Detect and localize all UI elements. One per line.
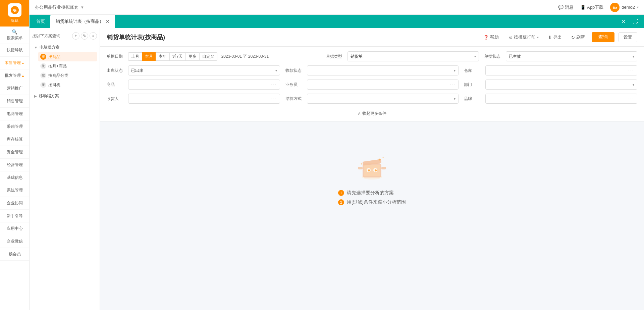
sidebar-item-guide[interactable]: 新手引导 bbox=[0, 210, 29, 222]
sidebar-item-system[interactable]: 系统管理 bbox=[0, 184, 29, 197]
tab-sales-stats[interactable]: 销货单统计表（按商品） ✕ bbox=[50, 15, 115, 28]
sidebar-item-stock[interactable]: 库存核算 bbox=[0, 133, 29, 146]
sidebar-item-retail[interactable]: 零售管理 ▲ bbox=[0, 57, 29, 69]
message-button[interactable]: 💬 消息 bbox=[558, 4, 574, 10]
print-label: 按模板打印 bbox=[514, 34, 536, 40]
scheme-label: 按商品分类 bbox=[48, 73, 68, 79]
product-select[interactable]: ··· bbox=[128, 80, 280, 90]
date-tab-current-month[interactable]: 本月 bbox=[142, 52, 156, 61]
date-tab-more[interactable]: 更多 bbox=[185, 52, 199, 61]
filter-date: 单据日期 上月 本月 本年 近7天 更多 自定义 2023-03-01 至 20… bbox=[107, 52, 321, 61]
sidebar-item-appstore[interactable]: 应用中心 bbox=[0, 222, 29, 235]
filter-doc-status: 单据状态 已生效 ▾ bbox=[484, 51, 637, 61]
tab-close-button[interactable]: ✕ bbox=[106, 19, 110, 24]
payment-status-control: ▾ bbox=[307, 65, 459, 75]
sidebar-item-wholesale[interactable]: 批发管理 ▲ bbox=[0, 69, 29, 82]
warehouse-select[interactable]: ··· bbox=[485, 65, 637, 75]
refresh-button[interactable]: ↻ 刷新 bbox=[569, 33, 588, 42]
help-button[interactable]: ❓ 帮助 bbox=[481, 33, 501, 42]
scheme-by-category[interactable]: 按 按商品分类 bbox=[38, 71, 97, 80]
salesperson-control: ··· bbox=[307, 80, 459, 90]
payment-status-dropdown-icon: ▾ bbox=[454, 69, 455, 72]
svg-rect-9 bbox=[358, 167, 363, 169]
date-tab-last7days[interactable]: 近7天 bbox=[169, 52, 185, 61]
sidebar-item-ecommerce[interactable]: 电商管理 bbox=[0, 108, 29, 120]
app-download-button[interactable]: 📱 App下载 bbox=[580, 4, 603, 10]
sidebar-item-sales[interactable]: 销售管理 bbox=[0, 95, 29, 108]
svg-rect-4 bbox=[364, 165, 380, 176]
out-status-value: 已出库 bbox=[131, 68, 275, 73]
sidebar-item-operation[interactable]: 经营管理 bbox=[0, 159, 29, 171]
chevron-up-icon: ▲ bbox=[21, 74, 24, 78]
dropdown-arrow-icon[interactable]: ▾ bbox=[81, 5, 84, 10]
sidebar-item-purchase[interactable]: 采购管理 bbox=[0, 120, 29, 133]
out-status-select[interactable]: 已出库 ▾ bbox=[128, 65, 280, 75]
scheme-by-clerk[interactable]: 按 按司机 bbox=[38, 80, 97, 90]
doc-status-select[interactable]: 已生效 ▾ bbox=[506, 51, 637, 61]
print-button[interactable]: 🖨 按模板打印 ▾ bbox=[505, 33, 541, 42]
brand-control: ··· bbox=[485, 94, 637, 104]
filter-department: 部门 ▾ bbox=[464, 80, 637, 90]
sidebar-item-label: 营销推广 bbox=[7, 86, 23, 91]
add-scheme-button[interactable]: + bbox=[72, 32, 79, 40]
logo-icon: 畅 bbox=[8, 3, 21, 17]
doc-status-label: 单据状态 bbox=[484, 54, 503, 59]
export-button[interactable]: ⬇ 导出 bbox=[545, 33, 565, 42]
date-tab-last-month[interactable]: 上月 bbox=[128, 52, 142, 61]
edit-scheme-button[interactable]: ✎ bbox=[81, 32, 88, 40]
user-profile[interactable]: Ea demo2 ▾ bbox=[610, 3, 639, 12]
sidebar-search-item[interactable]: 🔍 搜索菜单 bbox=[0, 27, 29, 44]
tip-num-1: 1 bbox=[338, 190, 344, 196]
tab-expand-button[interactable]: ⛶ bbox=[631, 17, 640, 26]
svg-point-8 bbox=[375, 169, 377, 171]
out-status-control: 已出库 ▾ bbox=[128, 65, 280, 75]
sidebar-item-basic[interactable]: 基础信息 bbox=[0, 171, 29, 184]
sidebar-item-label: 资金管理 bbox=[7, 150, 23, 154]
doc-type-control: 销货单 ▾ bbox=[347, 51, 479, 61]
sidebar-item-enterprise[interactable]: 企业协同 bbox=[0, 197, 29, 210]
panel-header-actions: + ✎ « bbox=[72, 32, 97, 40]
date-control: 上月 本月 本年 近7天 更多 自定义 2023-03-01 至 2023-03… bbox=[128, 52, 321, 61]
sidebar-item-marketing[interactable]: 营销推广 bbox=[0, 82, 29, 95]
empty-tip-2: 2 用[过滤]条件来缩小分析范围 bbox=[338, 199, 406, 205]
sidebar: 畅 标赋 🔍 搜索菜单 快捷导航 零售管理 ▲ 批发管理 ▲ 营销推广 销售管理… bbox=[0, 0, 30, 310]
page-actions: ❓ 帮助 🖨 按模板打印 ▾ ⬇ 导出 ↻ 刷新 bbox=[481, 32, 637, 42]
scheme-by-month-product[interactable]: 按 按月+商品 bbox=[38, 61, 97, 71]
settlement-select[interactable]: ▾ bbox=[307, 94, 459, 104]
sidebar-item-label: 电商管理 bbox=[7, 111, 23, 116]
tab-close-all-button[interactable]: ✕ bbox=[619, 17, 628, 26]
collapse-filter-button[interactable]: ∧ 收起更多条件 bbox=[107, 108, 637, 119]
left-panel: 按以下方案查询 + ✎ « ▼ 电脑端方案 按 按商品 按 按月+ bbox=[30, 28, 100, 310]
warehouse-more-icon: ··· bbox=[628, 68, 634, 73]
receiver-more-icon: ··· bbox=[271, 96, 277, 101]
date-tab-custom[interactable]: 自定义 bbox=[199, 52, 217, 61]
collapse-panel-button[interactable]: « bbox=[90, 32, 97, 40]
settings-button[interactable]: 设置 bbox=[619, 32, 637, 42]
tree-section-pc[interactable]: ▼ 电脑端方案 bbox=[32, 43, 97, 52]
payment-status-select[interactable]: ▾ bbox=[307, 65, 459, 75]
department-select[interactable]: ▾ bbox=[485, 80, 637, 90]
page-title: 销货单统计表(按商品) bbox=[107, 33, 165, 41]
salesperson-select[interactable]: ··· bbox=[307, 80, 459, 90]
main-area: 办公用品行业模拟账套 ▾ 💬 消息 📱 App下载 Ea demo2 ▾ 首 bbox=[30, 0, 644, 310]
scheme-by-product[interactable]: 按 按商品 bbox=[38, 52, 97, 61]
top-header: 办公用品行业模拟账套 ▾ 💬 消息 📱 App下载 Ea demo2 ▾ bbox=[30, 0, 644, 15]
date-tab-current-year[interactable]: 本年 bbox=[156, 52, 169, 61]
sidebar-item-finance[interactable]: 资金管理 bbox=[0, 146, 29, 159]
help-icon: ❓ bbox=[483, 35, 489, 40]
filter-out-status: 出库状态 已出库 ▾ bbox=[107, 65, 280, 75]
tree-section-mobile[interactable]: ▶ 移动端方案 bbox=[32, 92, 97, 101]
help-label: 帮助 bbox=[490, 34, 499, 40]
sidebar-item-wechat[interactable]: 企业微信 bbox=[0, 235, 29, 248]
sidebar-item-quick-nav[interactable]: 快捷导航 bbox=[0, 44, 29, 57]
brand-select[interactable]: ··· bbox=[485, 94, 637, 104]
receiver-select[interactable]: ··· bbox=[128, 94, 280, 104]
svg-point-7 bbox=[368, 169, 370, 171]
tab-home-label: 首页 bbox=[36, 18, 45, 24]
tab-home[interactable]: 首页 bbox=[31, 15, 50, 28]
query-button[interactable]: 查询 bbox=[592, 32, 614, 42]
print-arrow-icon: ▾ bbox=[537, 36, 539, 39]
sidebar-item-member[interactable]: 畅会员 bbox=[0, 248, 29, 261]
doc-type-select[interactable]: 销货单 ▾ bbox=[347, 51, 479, 61]
date-label: 单据日期 bbox=[107, 54, 125, 59]
